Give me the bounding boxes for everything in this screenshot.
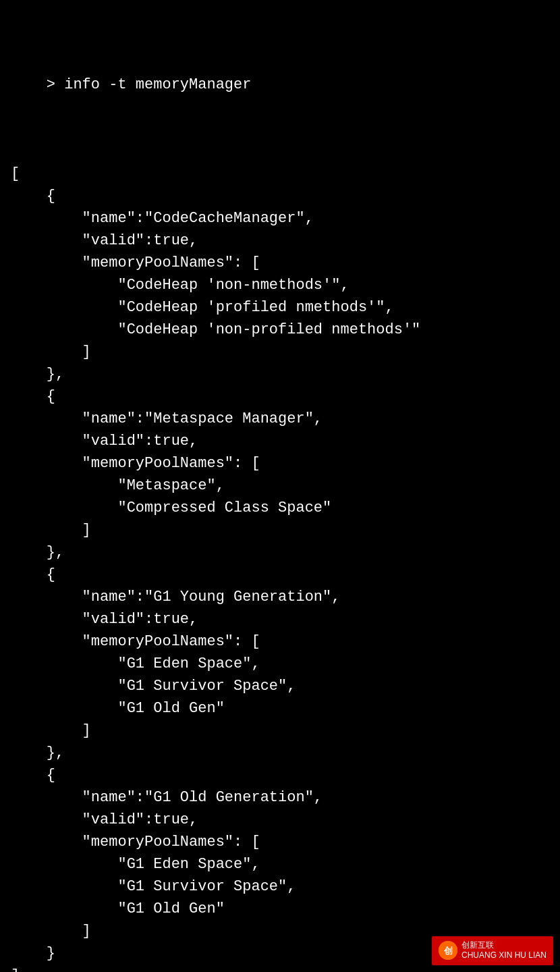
output-line: "memoryPoolNames": [ (11, 831, 549, 853)
command-text: info -t memoryManager (64, 76, 251, 93)
watermark-logo: 创 (439, 941, 457, 960)
output-line: "name":"CodeCacheManager", (11, 207, 549, 230)
output-line: "Compressed Class Space" (11, 497, 549, 519)
output-line: ] (11, 341, 549, 363)
output-line: "valid":true, (11, 230, 549, 252)
output-line: }, (11, 363, 549, 385)
output-line: "name":"G1 Old Generation", (11, 786, 549, 809)
output-line: }, (11, 742, 549, 764)
output-line: "name":"G1 Young Generation", (11, 586, 549, 608)
output-line: "memoryPoolNames": [ (11, 630, 549, 653)
output-line: }, (11, 541, 549, 564)
output-line: { (11, 764, 549, 786)
output-line: "CodeHeap 'non-profiled nmethods'" (11, 319, 549, 341)
output-line: "CodeHeap 'non-nmethods'", (11, 274, 549, 296)
terminal-window: > info -t memoryManager [ { "name":"Code… (11, 7, 549, 972)
terminal-output: [ { "name":"CodeCacheManager", "valid":t… (11, 163, 549, 972)
output-line: "Metaspace", (11, 475, 549, 497)
output-line: "valid":true, (11, 430, 549, 452)
output-line: [ (11, 163, 549, 185)
output-line: "G1 Old Gen" (11, 697, 549, 720)
output-line: "valid":true, (11, 809, 549, 831)
watermark-badge: 创 创新互联 CHUANG XIN HU LIAN (432, 936, 553, 965)
output-line: "CodeHeap 'profiled nmethods'", (11, 296, 549, 319)
watermark-line1: 创新互联 (461, 940, 547, 951)
output-line: "name":"Metaspace Manager", (11, 408, 549, 430)
output-line: "valid":true, (11, 608, 549, 630)
watermark-text-block: 创新互联 CHUANG XIN HU LIAN (461, 940, 547, 961)
output-line: "G1 Eden Space", (11, 853, 549, 875)
output-line: "G1 Survivor Space", (11, 675, 549, 697)
output-line: "G1 Survivor Space", (11, 875, 549, 898)
output-line: ] (11, 519, 549, 541)
output-line: "G1 Eden Space", (11, 653, 549, 675)
prompt-symbol: > (47, 76, 64, 93)
output-line: "memoryPoolNames": [ (11, 452, 549, 475)
output-line: "G1 Old Gen" (11, 898, 549, 920)
svg-text:创: 创 (443, 946, 452, 956)
watermark-line2: CHUANG XIN HU LIAN (461, 950, 547, 961)
output-line: { (11, 185, 549, 207)
watermark-icon: 创 (439, 941, 457, 960)
output-line: ] (11, 720, 549, 742)
command-line: > info -t memoryManager (11, 51, 549, 118)
output-line: "memoryPoolNames": [ (11, 252, 549, 274)
output-line: { (11, 564, 549, 586)
output-line: ] (11, 965, 549, 972)
output-line: { (11, 385, 549, 408)
